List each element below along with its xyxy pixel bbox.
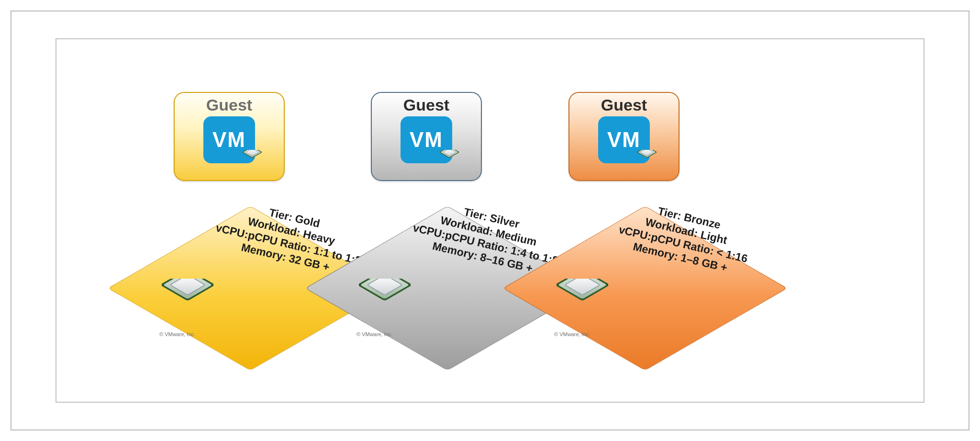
copyright: © VMware, Inc. [356, 331, 392, 337]
chip-icon [637, 150, 657, 169]
guest-label: Guest [206, 96, 252, 114]
guest-card-gold: Guest VM [174, 92, 285, 181]
guest-card-silver: Guest VM [371, 92, 482, 181]
chip-icon [243, 150, 262, 169]
cpu-icon [557, 279, 608, 330]
vm-text: VM [212, 128, 246, 152]
guest-label: Guest [403, 96, 449, 114]
guest-label: Guest [601, 96, 647, 114]
cpu-icon [359, 279, 411, 330]
vm-text: VM [410, 128, 443, 152]
outer-frame: Tier: Gold Workload: Heavy vCPU:pCPU Rat… [11, 11, 969, 430]
vm-text: VM [607, 128, 641, 152]
page: Tier: Gold Workload: Heavy vCPU:pCPU Rat… [0, 0, 980, 441]
vm-badge: VM [203, 116, 255, 163]
vm-badge: VM [598, 116, 650, 163]
vm-badge: VM [401, 116, 452, 163]
inner-frame: Tier: Gold Workload: Heavy vCPU:pCPU Rat… [56, 38, 924, 403]
guest-card-bronze: Guest VM [568, 92, 679, 181]
copyright: © VMware, Inc. [159, 331, 195, 337]
cpu-icon [162, 279, 213, 330]
copyright: © VMware, Inc. [554, 331, 590, 337]
chip-icon [440, 150, 459, 169]
